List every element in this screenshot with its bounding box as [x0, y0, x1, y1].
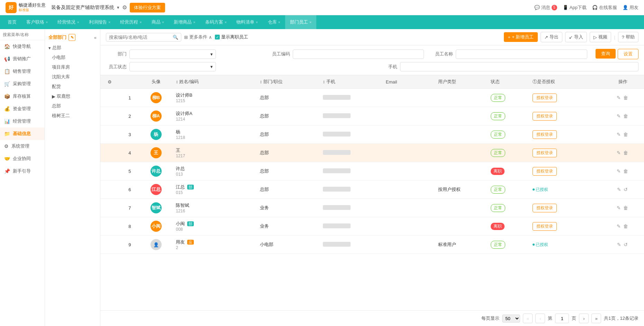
delete-icon[interactable]: 🗑 [623, 132, 628, 137]
tab-bom[interactable]: 物料清单× [232, 15, 263, 29]
search-input[interactable] [109, 35, 171, 40]
sidebar-item-navigate[interactable]: 🏠 快捷导航 [0, 40, 45, 53]
edit-icon[interactable]: ✎ [617, 242, 621, 247]
online-service-button[interactable]: 🎧 在线客服 [592, 5, 617, 11]
dept-item-shenyang[interactable]: 沈阳大库 [45, 72, 100, 82]
delete-icon[interactable]: 🗑 [623, 205, 628, 211]
delete-icon[interactable]: 🗑 [623, 95, 628, 100]
close-icon[interactable]: × [193, 20, 195, 24]
edit-icon[interactable]: ✎ [617, 223, 621, 229]
close-icon[interactable]: × [278, 20, 280, 24]
gear-icon[interactable]: ⚙ [122, 4, 127, 11]
help-button[interactable]: ? 帮助 [618, 32, 638, 42]
dept-item-peihou[interactable]: 配货 [45, 82, 100, 91]
sidebar-item-marketing[interactable]: 📢 营销推广 [0, 53, 45, 65]
app-download-button[interactable]: 📱 App下载 [563, 5, 587, 11]
auth-button[interactable]: 授权登录 [533, 149, 557, 157]
sidebar-item-purchase[interactable]: 🛒 采购管理 [0, 78, 45, 90]
more-conditions-button[interactable]: ⊞ 更多条件 ∧ [184, 34, 212, 40]
auth-button[interactable]: 授权登录 [533, 112, 557, 121]
edit-icon[interactable]: ✎ [617, 150, 621, 156]
delete-icon[interactable]: 🗑 [623, 168, 628, 174]
dept-item-zhishu[interactable]: 植树王二 [45, 111, 100, 121]
col-name-header[interactable]: ↕ 姓名/编码 [172, 75, 256, 89]
close-icon[interactable]: × [108, 20, 110, 24]
sidebar-item-inventory[interactable]: 📦 库存核算 [0, 90, 45, 103]
message-button[interactable]: 💬 消息 5 [534, 5, 557, 11]
settings-button[interactable]: 设置 [618, 49, 638, 59]
delete-icon[interactable]: 🗑 [623, 150, 628, 156]
prev-page-button[interactable]: ‹ [535, 314, 545, 323]
emp-code-input[interactable] [293, 50, 424, 59]
dept-item-head[interactable]: ▾ 总部 [45, 43, 100, 53]
edit-icon[interactable]: ✎ [617, 205, 621, 211]
close-icon[interactable]: × [162, 20, 164, 24]
auth-button[interactable]: 授权登录 [533, 167, 557, 176]
close-icon[interactable]: × [225, 20, 227, 24]
auth-button[interactable]: 授权登录 [533, 222, 557, 231]
tab-profit[interactable]: 利润报告× [84, 15, 115, 29]
auth-button[interactable]: 授权登录 [533, 94, 557, 102]
first-page-button[interactable]: « [523, 314, 533, 323]
edit-icon[interactable]: ✎ [617, 132, 621, 137]
sidebar-item-management[interactable]: 📊 经营管理 [0, 115, 45, 127]
emp-name-input[interactable] [456, 50, 587, 59]
export-button[interactable]: ↗ 导出 [541, 32, 562, 42]
tab-new-product[interactable]: 新增商品× [169, 15, 200, 29]
auth-button[interactable]: 授权登录 [533, 204, 557, 212]
tab-operation[interactable]: 经营情况× [53, 15, 84, 29]
restore-icon[interactable]: ↺ [624, 242, 628, 247]
import-button[interactable]: ↙ 导入 [565, 32, 587, 42]
close-icon[interactable]: × [46, 20, 48, 24]
close-icon[interactable]: × [256, 20, 258, 24]
close-icon[interactable]: × [77, 20, 79, 24]
edit-icon[interactable]: ✎ [617, 95, 621, 100]
edit-icon[interactable]: ✎ [617, 113, 621, 119]
dept-item-shuangluxiang[interactable]: ▶ 双鹿想 [45, 91, 100, 101]
dept-item-head2[interactable]: 总部 [45, 101, 100, 111]
sidebar-item-guide[interactable]: 📌 新手引导 [0, 165, 45, 177]
delete-icon[interactable]: 🗑 [623, 113, 628, 119]
dept-item-small-elec[interactable]: 小电部 [45, 53, 100, 62]
tab-home[interactable]: 首页 [3, 15, 21, 29]
tab-warehouse[interactable]: 仓库× [263, 15, 285, 29]
status-filter-select[interactable]: ▾ [129, 62, 216, 71]
user-button[interactable]: 👤 用友 [623, 5, 638, 11]
phone-input[interactable] [400, 62, 639, 71]
dept-filter-select[interactable]: ▾ [129, 50, 216, 59]
close-icon[interactable]: × [139, 20, 142, 24]
dept-item-project[interactable]: 项目库房 [45, 62, 100, 72]
trial-button[interactable]: 体验行业方案 [130, 3, 165, 12]
show-resigned-toggle[interactable]: ✓ 显示离职员工 [215, 34, 248, 40]
last-page-button[interactable]: » [591, 314, 601, 323]
edit-icon[interactable]: ✎ [617, 187, 621, 192]
tab-history[interactable]: 经营历程× [115, 15, 146, 29]
search-button[interactable]: 查询 [596, 49, 616, 59]
sidebar-item-sales[interactable]: 📋 销售管理 [0, 65, 45, 78]
sidebar-item-finance[interactable]: 💰 资金管理 [0, 103, 45, 115]
dept-collapse-button[interactable]: « [94, 35, 97, 40]
add-employee-button[interactable]: + + 新增员工 [504, 32, 538, 42]
col-settings[interactable]: ⚙ [100, 75, 119, 89]
view-button[interactable]: ▷ 视频 [590, 32, 611, 42]
sidebar-item-collab[interactable]: 🤝 企业协同 [0, 152, 45, 165]
sidebar-item-basic-info[interactable]: 📁 基础信息 [0, 127, 45, 140]
tab-barcode[interactable]: 条码方案× [200, 15, 232, 29]
dept-edit-button[interactable]: ✎ [69, 34, 75, 41]
close-icon[interactable]: × [309, 20, 311, 24]
edit-icon[interactable]: ✎ [617, 168, 621, 174]
system-dropdown-icon[interactable]: ▾ [117, 5, 119, 10]
tab-employees[interactable]: 部门员工× [285, 15, 316, 29]
per-page-select[interactable]: 50 20 100 [502, 315, 520, 323]
delete-icon[interactable]: 🗑 [623, 223, 628, 229]
next-page-button[interactable]: › [579, 314, 589, 323]
page-number-input[interactable] [555, 314, 569, 323]
col-dept-header[interactable]: ↕ 部门/职位 [256, 75, 319, 89]
col-phone-header[interactable]: ↕ 手机 [319, 75, 382, 89]
sidebar-search-input[interactable] [3, 32, 45, 37]
tab-customer[interactable]: 客户联络× [21, 15, 53, 29]
restore-icon[interactable]: ↺ [624, 187, 628, 192]
sidebar-item-system[interactable]: ⚙ 系统管理 [0, 140, 45, 152]
auth-button[interactable]: 授权登录 [533, 130, 557, 139]
tab-product[interactable]: 商品× [147, 15, 169, 29]
